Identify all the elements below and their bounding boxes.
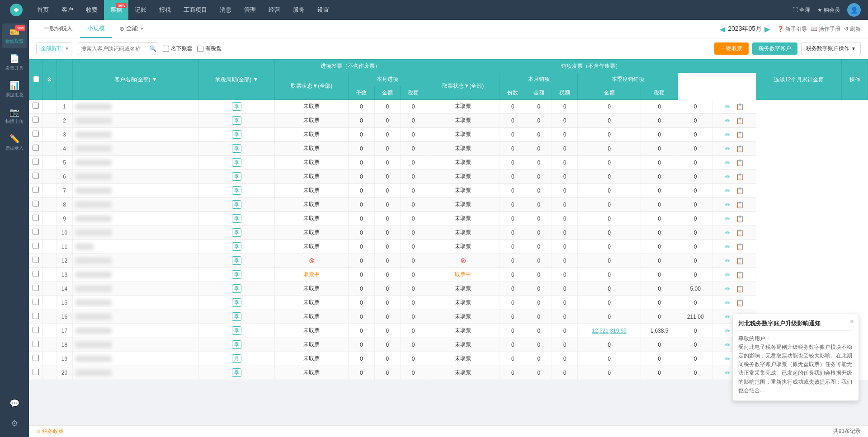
cell-name[interactable] <box>73 113 199 127</box>
edit-btn[interactable]: ✏ <box>723 326 732 335</box>
sidebar-item-invoice-open[interactable]: 📄 发票开具 <box>2 50 27 75</box>
edit-btn[interactable]: ✏ <box>723 200 732 209</box>
my-accounts-checkbox-label[interactable]: 名下账套 <box>163 45 193 52</box>
cell-name[interactable] <box>73 352 199 366</box>
cell-name[interactable] <box>73 155 199 169</box>
cell-checkbox[interactable] <box>29 324 43 338</box>
edit-btn[interactable]: ✏ <box>723 312 732 321</box>
user-avatar[interactable]: 👤 <box>847 3 861 17</box>
row-checkbox[interactable] <box>33 229 39 235</box>
nav-manage[interactable]: 管理 <box>238 0 262 20</box>
row-checkbox[interactable] <box>33 355 39 361</box>
nav-fee[interactable]: 收费 <box>80 0 104 20</box>
search-input[interactable] <box>77 42 158 55</box>
cell-checkbox[interactable] <box>29 338 43 352</box>
copy-btn[interactable]: 📋 <box>734 144 745 153</box>
cell-name[interactable] <box>73 240 199 254</box>
row-checkbox[interactable] <box>33 369 39 375</box>
cell-checkbox[interactable] <box>29 226 43 240</box>
row-checkbox[interactable] <box>33 215 39 221</box>
guide-btn[interactable]: ❓ 新手引导 <box>777 25 807 33</box>
copy-btn[interactable]: 📋 <box>734 284 745 293</box>
edit-btn[interactable]: ✏ <box>723 144 732 153</box>
notification-close-btn[interactable]: × <box>850 318 854 326</box>
cell-name[interactable] <box>73 366 199 380</box>
cell-checkbox[interactable] <box>29 141 43 155</box>
cell-checkbox[interactable] <box>29 100 43 114</box>
cell-checkbox[interactable] <box>29 183 43 197</box>
nav-home[interactable]: 首页 <box>31 0 55 20</box>
row-checkbox[interactable] <box>33 327 39 333</box>
copy-btn[interactable]: 📋 <box>734 172 745 181</box>
copy-btn[interactable]: 📋 <box>734 214 745 223</box>
cell-checkbox[interactable] <box>29 296 43 310</box>
th-client-name[interactable]: 客户名称(全部) ▼ <box>73 60 199 100</box>
row-checkbox[interactable] <box>33 159 39 165</box>
tab-all[interactable]: ⊕ 全能 ▼ <box>112 20 151 38</box>
cell-checkbox[interactable] <box>29 169 43 183</box>
copy-btn[interactable]: 📋 <box>734 298 745 307</box>
row-checkbox[interactable] <box>33 145 39 151</box>
period-next-btn[interactable]: ▶ <box>764 25 770 33</box>
edit-btn[interactable]: ✏ <box>723 228 732 237</box>
cell-name[interactable] <box>73 296 199 310</box>
row-checkbox[interactable] <box>33 299 39 305</box>
nav-settings[interactable]: 设置 <box>311 0 335 20</box>
cell-name[interactable] <box>73 268 199 282</box>
cell-name[interactable] <box>73 282 199 296</box>
row-checkbox[interactable] <box>33 285 39 291</box>
row-checkbox[interactable] <box>33 271 39 277</box>
edit-btn[interactable]: ✏ <box>723 256 732 265</box>
vip-btn[interactable]: ★ 购会员 <box>817 6 840 14</box>
select-all-checkbox[interactable] <box>33 76 39 82</box>
edit-btn[interactable]: ✏ <box>723 214 732 223</box>
cell-name[interactable] <box>73 141 199 155</box>
cell-name[interactable] <box>73 169 199 183</box>
tax-policy-link[interactable]: ⊙ 税务政策 <box>36 428 64 435</box>
cell-name[interactable] <box>73 338 199 352</box>
copy-btn[interactable]: 📋 <box>734 116 745 125</box>
row-checkbox[interactable] <box>33 313 39 319</box>
edit-btn[interactable]: ✏ <box>723 102 732 111</box>
edit-btn[interactable]: ✏ <box>723 186 732 195</box>
cell-checkbox[interactable] <box>29 155 43 169</box>
edit-btn[interactable]: ✏ <box>723 116 732 125</box>
edit-btn[interactable]: ✏ <box>723 368 732 377</box>
refresh-btn[interactable]: ↺ 刷新 <box>844 25 861 33</box>
cell-checkbox[interactable] <box>29 240 43 254</box>
copy-btn[interactable]: 📋 <box>734 270 745 279</box>
cell-name[interactable] <box>73 226 199 240</box>
cell-checkbox[interactable] <box>29 366 43 380</box>
edit-btn[interactable]: ✏ <box>723 242 732 251</box>
manual-btn[interactable]: 📖 操作手册 <box>811 25 840 33</box>
row-checkbox[interactable] <box>33 243 39 249</box>
th-settings-icon[interactable]: ⚙ <box>43 60 57 100</box>
nav-service[interactable]: 服务 <box>287 0 311 20</box>
digital-account-ops-btn[interactable]: 税务数字账户操作 ▼ <box>801 42 861 55</box>
th-in-status[interactable]: 取票状态▼(全部) <box>275 73 349 100</box>
tab-general-taxpayer[interactable]: 一般纳税人 <box>36 20 80 38</box>
sidebar-chat-btn[interactable]: 💬 <box>6 395 23 412</box>
row-checkbox[interactable] <box>33 201 39 207</box>
cell-checkbox[interactable] <box>29 113 43 127</box>
my-accounts-checkbox[interactable] <box>163 46 169 52</box>
cell-checkbox[interactable] <box>29 127 43 141</box>
cell-name[interactable] <box>73 197 199 211</box>
copy-btn[interactable]: 📋 <box>734 200 745 209</box>
cell-name[interactable] <box>73 127 199 141</box>
cell-checkbox[interactable] <box>29 268 43 282</box>
sidebar-item-smart-ticket[interactable]: 🎫 智能取票 new <box>2 23 27 48</box>
cell-name[interactable] <box>73 211 199 226</box>
copy-btn[interactable]: 📋 <box>734 242 745 251</box>
cell-checkbox[interactable] <box>29 310 43 324</box>
nav-business[interactable]: 工商项目 <box>177 0 213 20</box>
nav-accounting[interactable]: 记账 <box>128 0 153 20</box>
digital-account-btn[interactable]: 税务数字账户 <box>752 42 797 55</box>
copy-btn[interactable]: 📋 <box>734 186 745 195</box>
tab-small-scale[interactable]: 小规模 <box>80 20 112 38</box>
fullscreen-btn[interactable]: ⛶ 全屏 <box>793 6 810 14</box>
row-checkbox[interactable] <box>33 187 39 193</box>
period-prev-btn[interactable]: ◀ <box>720 25 725 33</box>
employee-select[interactable]: 全部员工 ▼ <box>36 42 72 55</box>
cell-checkbox[interactable] <box>29 282 43 296</box>
